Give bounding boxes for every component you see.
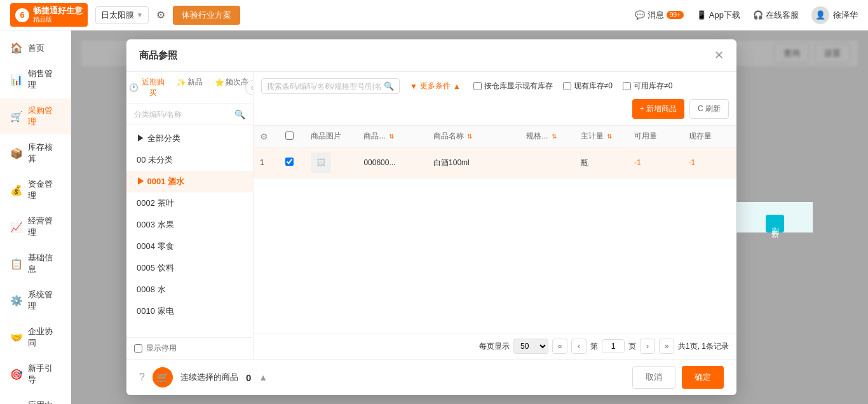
first-page-btn[interactable]: « — [552, 339, 567, 354]
filter-icon: ▼ — [410, 82, 417, 91]
pagination-bar: 每页显示 20 50 100 « ‹ 第 页 › — [254, 333, 736, 359]
category-item-0008-label: 0008 水 — [137, 284, 166, 295]
nav-selector[interactable]: 日太阳膜 ▼ — [95, 6, 149, 24]
th-stock: 现存量 — [682, 126, 736, 147]
help-icon[interactable]: ? — [139, 372, 145, 383]
product-search-box: 🔍 — [261, 78, 400, 94]
main-content: 查询 设置 商品参照 ✕ — [71, 30, 868, 404]
phone-icon: 📱 — [696, 10, 707, 20]
checkbox-group: 按仓库显示现有库存 现有库存≠0 可用库存≠0 — [473, 81, 673, 91]
cart-btn[interactable]: 🛒 — [153, 367, 173, 387]
next-page-btn[interactable]: › — [640, 339, 655, 354]
product-search-input[interactable] — [267, 82, 381, 91]
sidebar-item-purchase[interactable]: 🛒 采购管理 — [0, 98, 71, 134]
category-search-input[interactable] — [134, 110, 232, 119]
collab-icon: 🤝 — [10, 332, 23, 344]
sidebar-item-inventory[interactable]: 📦 库存核算 — [0, 135, 71, 171]
checkbox-usable-input[interactable] — [623, 82, 631, 90]
category-search-icon[interactable]: 🔍 — [234, 109, 245, 119]
checkbox-warehouse-input[interactable] — [473, 82, 482, 90]
page-label2: 页 — [628, 341, 636, 352]
message-badge: 99+ — [667, 11, 684, 19]
sidebar-item-basic[interactable]: 📋 基础信息 — [0, 246, 71, 281]
sort-spec-icon: ⇅ — [552, 133, 557, 140]
th-code[interactable]: 商品... ⇅ — [357, 126, 427, 147]
th-unit[interactable]: 主计量 ⇅ — [574, 126, 628, 147]
message-nav-item[interactable]: 💬 消息 99+ — [635, 10, 684, 21]
cell-img: 🖼 — [304, 147, 357, 178]
category-list: ▶ 全部分类 00 未分类 ▶ 0001 酒水 0002 茶叶 — [126, 125, 253, 337]
row-checkbox[interactable] — [285, 158, 294, 166]
category-item-0010[interactable]: 0010 家电 — [126, 300, 253, 322]
checkbox-available-input[interactable] — [563, 82, 571, 90]
cell-available: -1 — [628, 147, 682, 178]
checkbox-warehouse[interactable]: 按仓库显示现有库存 — [473, 81, 553, 91]
category-item-0001[interactable]: ▶ 0001 酒水 — [126, 171, 253, 192]
experience-btn[interactable]: 体验行业方案 — [173, 6, 240, 25]
sidebar-item-sales[interactable]: 📊 销售管理 — [0, 62, 71, 97]
cancel-btn[interactable]: 取消 — [632, 366, 675, 389]
sort-unit-icon: ⇅ — [607, 133, 612, 140]
category-tabs: 🕐 近期购买 ✨ 新品 — [126, 72, 253, 104]
sidebar-label-finance: 资金管理 — [28, 178, 60, 201]
th-name[interactable]: 商品名称 ⇅ — [427, 126, 520, 147]
page-size-label: 每页显示 — [479, 341, 510, 352]
table-row[interactable]: 1 🖼 000600... 白酒100ml — [254, 147, 736, 178]
page-number-input[interactable] — [602, 339, 625, 353]
logo-sub: 精品版 — [33, 15, 83, 24]
sidebar-item-system[interactable]: ⚙️ 系统管理 — [0, 283, 71, 318]
sidebar-label-apps: 应用中心 — [28, 400, 60, 404]
th-check — [279, 126, 304, 147]
settings-icon[interactable]: ⚙ — [156, 9, 165, 21]
category-item-all[interactable]: ▶ 全部分类 — [126, 128, 253, 149]
category-item-00[interactable]: 00 未分类 — [126, 149, 253, 171]
sidebar-label-system: 系统管理 — [28, 289, 60, 312]
refresh-btn[interactable]: C 刷新 — [689, 99, 729, 119]
user-area[interactable]: 👤 徐泽华 — [811, 6, 858, 24]
category-item-0003-label: 0003 水果 — [137, 219, 174, 231]
confirm-btn[interactable]: 确定 — [682, 366, 724, 389]
modal-footer: ? 🛒 连续选择的商品 0 ▲ 取消 确定 — [126, 359, 736, 395]
sidebar-item-finance[interactable]: 💰 资金管理 — [0, 172, 71, 208]
checkbox-available-label: 现有库存≠0 — [574, 81, 613, 91]
nav-selector-text: 日太阳膜 — [101, 10, 134, 21]
category-item-0002[interactable]: 0002 茶叶 — [126, 192, 253, 214]
filter-btn[interactable]: ▼ 更多条件 ▲ — [405, 78, 466, 94]
sidebar-item-guide[interactable]: 🎯 新手引导 — [0, 356, 71, 392]
product-table: ⚙ 商品图片 — [254, 126, 736, 178]
cat-tab-recent[interactable]: 🕐 近期购买 — [126, 72, 168, 104]
sales-icon: 📊 — [10, 74, 23, 86]
select-all-checkbox[interactable] — [285, 131, 294, 140]
add-product-btn[interactable]: + 新增商品 — [632, 99, 684, 119]
checkbox-usable[interactable]: 可用库存≠0 — [623, 81, 672, 91]
category-item-0005[interactable]: 0005 饮料 — [126, 257, 253, 279]
sidebar-item-apps[interactable]: 📱 应用中心 — [0, 393, 71, 404]
cart-icon: 🛒 — [156, 372, 169, 384]
sidebar-item-home[interactable]: 🏠 首页 — [0, 36, 71, 60]
sidebar-item-collab[interactable]: 🤝 企业协同 — [0, 320, 71, 355]
purchase-icon: 🛒 — [10, 111, 23, 123]
fold-icon[interactable]: ▲ — [259, 372, 268, 382]
prev-page-btn[interactable]: ‹ — [571, 339, 587, 354]
inventory-icon: 📦 — [10, 147, 23, 159]
category-item-0008[interactable]: 0008 水 — [126, 279, 253, 300]
cat-tab-new[interactable]: ✨ 新品 — [168, 72, 210, 104]
page-size-select[interactable]: 20 50 100 — [513, 339, 548, 354]
sidebar-item-operation[interactable]: 📈 经营管理 — [0, 209, 71, 245]
sidebar-label-collab: 企业协同 — [28, 326, 60, 349]
show-disabled-label[interactable]: 显示停用 — [146, 343, 177, 354]
show-disabled-checkbox[interactable] — [134, 344, 142, 353]
modal-close-icon[interactable]: ✕ — [714, 48, 724, 62]
category-item-0003[interactable]: 0003 水果 — [126, 214, 253, 236]
last-page-btn[interactable]: » — [659, 339, 674, 354]
online-service-nav-item[interactable]: 🎧 在线客服 — [753, 10, 799, 21]
finance-icon: 💰 — [10, 184, 23, 196]
new-icon: ✨ — [177, 78, 186, 87]
column-settings-icon[interactable]: ⚙ — [260, 131, 268, 142]
app-download-nav-item[interactable]: 📱 App下载 — [696, 10, 740, 21]
category-item-0004[interactable]: 0004 零食 — [126, 236, 253, 257]
checkbox-available[interactable]: 现有库存≠0 — [563, 81, 613, 91]
th-spec[interactable]: 规格... ⇅ — [520, 126, 574, 147]
th-settings: ⚙ — [254, 126, 279, 147]
product-search-icon[interactable]: 🔍 — [384, 81, 394, 91]
